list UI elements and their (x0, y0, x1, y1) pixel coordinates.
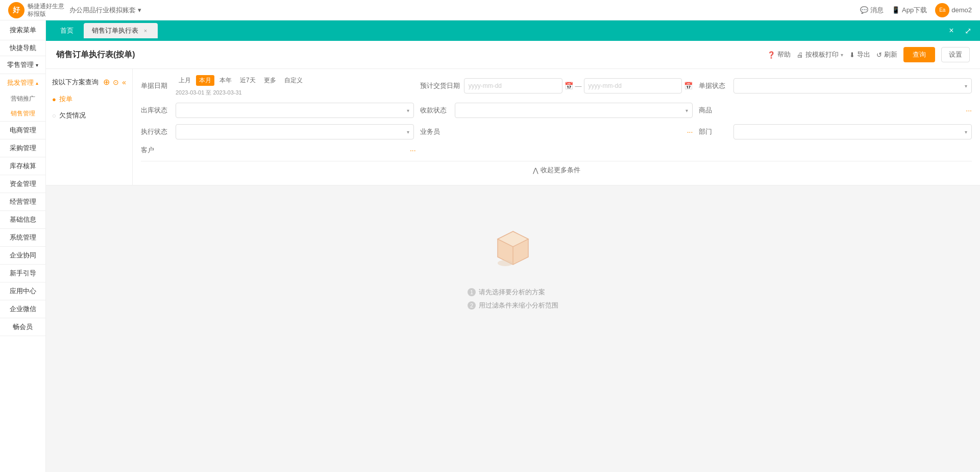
doc-status-select[interactable]: ▾ (733, 78, 972, 93)
refresh-icon: ↺ (876, 51, 882, 59)
empty-tip-1: 1 请先选择要分析的方案 (468, 288, 558, 297)
date-tab-7days[interactable]: 近7天 (237, 75, 259, 86)
sidebar-item-sales[interactable]: 销售管理 (0, 106, 45, 121)
help-btn[interactable]: ❓ 帮助 (767, 50, 791, 59)
svg-point-3 (498, 260, 513, 266)
print-dropdown-icon[interactable]: ▾ (841, 52, 843, 58)
print-icon: 🖨 (797, 51, 803, 59)
sidebar-item-retail[interactable]: 零售管理 ▾ (0, 56, 45, 74)
print-btn[interactable]: 🖨 按模板打印 ▾ (797, 50, 843, 59)
search-btn[interactable]: 查询 (903, 47, 935, 62)
sidebar-item-ecommerce[interactable]: 电商管理 (0, 122, 45, 139)
sidebar-item-wechat[interactable]: 企业微信 (0, 300, 45, 318)
sidebar-group-enterprise: 企业协同 (0, 247, 45, 265)
sidebar-group-ecommerce: 电商管理 (0, 122, 45, 139)
content-area: 首页 销售订单执行表 × × ⤢ 销售订单执行表(按单) ❓ 帮助 (46, 20, 980, 472)
filter-scheme-欠货情况[interactable]: ○ 欠货情况 (46, 107, 132, 124)
sidebar-search-menu[interactable]: 搜索菜单 (0, 20, 45, 40)
chevron-down-icon: ▾ (36, 62, 38, 68)
empty-state: 1 请先选择要分析的方案 2 用过滤条件来缩小分析范围 (46, 185, 980, 355)
tab-bar-actions: × ⤢ (945, 25, 974, 37)
chevron-up-icon: ⋀ (533, 167, 538, 174)
scheme-icon: ○ (52, 112, 56, 120)
sidebar-item-marketing[interactable]: 营销推广 (0, 91, 45, 106)
collapse-more-btn[interactable]: ⋀ 收起更多条件 (141, 161, 972, 179)
sidebar-item-basic[interactable]: 基础信息 (0, 211, 45, 228)
expected-date-from[interactable]: yyyy-mm-dd (464, 78, 562, 93)
window-close-btn[interactable]: × (945, 25, 958, 37)
page-actions: ❓ 帮助 🖨 按模板打印 ▾ ⬇ 导出 ↺ 刷新 (767, 47, 970, 62)
sidebar-item-appstore[interactable]: 应用中心 (0, 282, 45, 300)
expected-date-to[interactable]: yyyy-mm-dd (584, 78, 682, 93)
collapse-scheme-btn[interactable]: « (122, 78, 126, 86)
logo-icon: 好 (8, 2, 24, 18)
sidebar-quick-nav[interactable]: 快捷导航 (0, 40, 45, 56)
logo-text: 畅捷通好生意 标报版 (28, 3, 64, 17)
filter-item-exec-status: 执行状态 ▾ (141, 124, 414, 139)
sidebar-item-enterprise[interactable]: 企业协同 (0, 247, 45, 264)
sidebar-item-operations[interactable]: 经营管理 (0, 193, 45, 210)
dept-select[interactable]: ▾ (733, 124, 972, 139)
header-left: 好 畅捷通好生意 标报版 办公用品行业模拟账套 ▾ (8, 2, 141, 18)
date-tab-this-year[interactable]: 本年 (216, 75, 235, 86)
logo-area: 好 畅捷通好生意 标报版 (8, 2, 64, 18)
empty-tip-2: 2 用过滤条件来缩小分析范围 (468, 301, 558, 310)
avatar: Ea (935, 3, 949, 17)
date-tab-this-month[interactable]: 本月 (196, 75, 214, 86)
sidebar-item-newbie[interactable]: 新手引导 (0, 265, 45, 282)
customer-more-btn[interactable]: ··· (410, 146, 416, 154)
sidebar-item-finance[interactable]: 资金管理 (0, 175, 45, 193)
breadcrumb-dropdown-icon[interactable]: ▾ (138, 6, 141, 14)
window-expand-btn[interactable]: ⤢ (962, 25, 974, 37)
calendar-to-icon[interactable]: 📅 (684, 82, 693, 90)
date-range-text: 2023-03-01 至 2023-03-31 (176, 89, 414, 97)
tab-bar: 首页 销售订单执行表 × × ⤢ (46, 20, 980, 41)
refresh-btn[interactable]: ↺ 刷新 (876, 50, 897, 59)
message-btn[interactable]: 💬 消息 (860, 6, 884, 15)
sidebar-item-purchase[interactable]: 采购管理 (0, 139, 45, 157)
filter-scheme-按单[interactable]: ● 按单 (46, 91, 132, 107)
chevron-down-icon5: ▾ (965, 129, 967, 135)
tab-home[interactable]: 首页 (52, 23, 82, 38)
filter-left: 按以下方案查询 ⊕ ⊙ « ● 按单 ○ 欠货情况 (46, 69, 133, 185)
calendar-from-icon[interactable]: 📅 (565, 82, 573, 90)
chevron-down-icon2: ▾ (407, 108, 409, 113)
sidebar-item-system[interactable]: 系统管理 (0, 229, 45, 246)
date-tab-more[interactable]: 更多 (261, 75, 279, 86)
chevron-down-icon4: ▾ (407, 129, 409, 135)
filter-item-customer: 客户 ··· (141, 146, 416, 155)
app-download-btn[interactable]: 📱 App下载 (892, 6, 927, 15)
sidebar-item-wholesale[interactable]: 批发管理 ▴ (0, 74, 45, 91)
filter-left-header: 按以下方案查询 ⊕ ⊙ « (46, 75, 132, 91)
salesman-more-btn[interactable]: ··· (687, 128, 693, 136)
page-header: 销售订单执行表(按单) ❓ 帮助 🖨 按模板打印 ▾ ⬇ 导出 (46, 41, 980, 69)
reset-scheme-btn[interactable]: ⊙ (113, 78, 119, 86)
add-scheme-btn[interactable]: ⊕ (103, 77, 110, 87)
tab-close-btn[interactable]: × (141, 27, 150, 35)
export-btn[interactable]: ⬇ 导出 (849, 50, 870, 59)
sidebar-item-wholesale-label: 批发管理 (7, 78, 34, 87)
sidebar-group-finance: 资金管理 (0, 175, 45, 193)
user-menu[interactable]: Ea demo2 (935, 3, 972, 17)
sidebar: 搜索菜单 快捷导航 零售管理 ▾ 批发管理 ▴ 营销推广 销售管理 电商管理 采… (0, 20, 46, 472)
mobile-icon: 📱 (892, 6, 900, 14)
filter-left-actions: ⊕ ⊙ « (103, 77, 126, 87)
goods-more-btn[interactable]: ··· (966, 106, 972, 114)
receive-status-select[interactable]: ▾ (455, 103, 693, 118)
sidebar-group-wechat: 企业微信 (0, 300, 45, 318)
sidebar-group-operations: 经营管理 (0, 193, 45, 211)
tab-sales-order[interactable]: 销售订单执行表 × (84, 23, 158, 38)
filter-item-salesman: 业务员 ··· (420, 127, 693, 136)
filter-panel: 按以下方案查询 ⊕ ⊙ « ● 按单 ○ 欠货情况 (46, 69, 980, 185)
sidebar-item-inventory[interactable]: 库存核算 (0, 157, 45, 175)
exec-status-select[interactable]: ▾ (176, 124, 414, 139)
date-wrapper: 上月 本月 本年 近7天 更多 自定义 2023-03-01 至 2023-03… (176, 75, 414, 97)
out-status-select[interactable]: ▾ (176, 103, 414, 118)
sidebar-item-member[interactable]: 畅会员 (0, 318, 45, 336)
chevron-down-icon3: ▾ (685, 108, 688, 113)
settings-btn[interactable]: 设置 (941, 47, 970, 62)
date-tab-last-month[interactable]: 上月 (176, 75, 194, 86)
sidebar-group-member: 畅会员 (0, 318, 45, 336)
export-icon: ⬇ (849, 51, 855, 59)
date-tab-custom[interactable]: 自定义 (281, 75, 306, 86)
